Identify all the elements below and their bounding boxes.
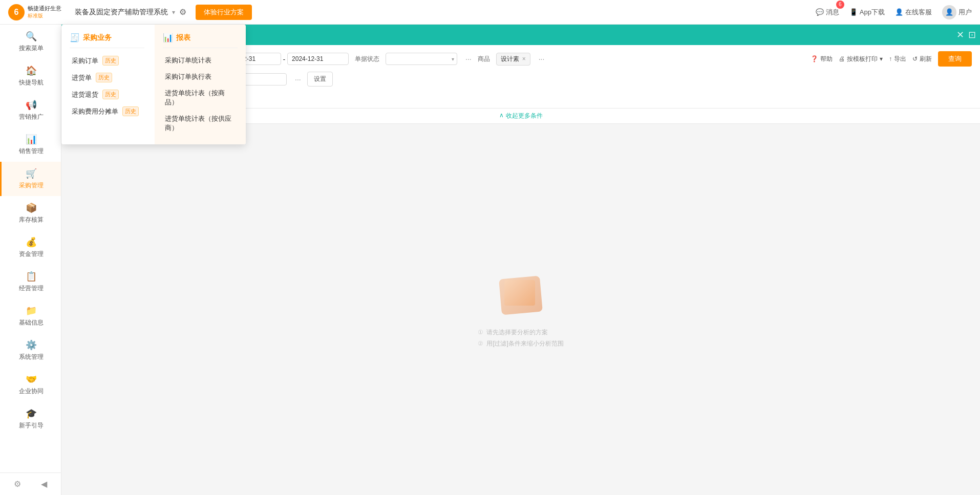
empty-tip-1: 请先选择要分析的方案 xyxy=(478,327,564,338)
dropdown-item-report-receipt-by-supplier[interactable]: 进货单统计表（按供应商） xyxy=(163,111,238,136)
report-order-stat-label: 采购订单统计表 xyxy=(165,56,211,65)
refresh-button[interactable]: ↺ 刷新 xyxy=(912,55,932,63)
export-icon: ↑ xyxy=(889,55,892,62)
inventory-icon: 📦 xyxy=(26,202,37,213)
sidebar-item-search[interactable]: 🔍 搜索菜单 xyxy=(0,25,61,59)
sidebar-item-basic-info[interactable]: 📁 基础信息 xyxy=(0,299,61,333)
sidebar-label-sales: 销售管理 xyxy=(19,147,44,156)
sidebar-item-finance[interactable]: 💰 资金管理 xyxy=(0,230,61,265)
purchase-icon: 🛒 xyxy=(26,168,37,179)
header-right: 💬 消息 6 📱 App下载 👤 在线客服 👤 用户 xyxy=(816,5,972,19)
sales-icon: 📊 xyxy=(26,134,37,145)
order-status-select[interactable] xyxy=(386,53,457,65)
report-col: 📊 报表 采购订单统计表 采购订单执行表 进货单统计表（按商品） 进货单统计表（… xyxy=(155,25,246,144)
sidebar-item-operations[interactable]: 📋 经营管理 xyxy=(0,265,61,299)
goods-tag-close-btn[interactable]: × xyxy=(522,55,526,62)
date-range-separator: - xyxy=(283,55,285,63)
sidebar-item-purchase[interactable]: 🛒 采购管理 xyxy=(0,162,61,196)
system-settings-icon[interactable]: ⚙ xyxy=(179,7,186,17)
app-download-button[interactable]: 📱 App下载 xyxy=(849,8,885,17)
user-area[interactable]: 👤 用户 xyxy=(942,5,972,19)
app-download-label: App下载 xyxy=(860,8,885,17)
goods-tag: 设计素 × xyxy=(496,53,530,66)
purchase-order-history-tag: 历史 xyxy=(102,56,119,66)
phone-icon: 📱 xyxy=(849,8,858,16)
message-badge: 6 xyxy=(836,1,844,9)
goods-label: 商品 xyxy=(478,55,490,63)
top-header: 6 畅捷通好生意 标准版 装备及固定资产辅助管理系统 ▾ ⚙ 体验行业方案 💬 … xyxy=(0,0,980,25)
purchase-expense-history-tag: 历史 xyxy=(122,106,139,116)
dropdown-item-report-order-exec[interactable]: 采购订单执行表 xyxy=(163,69,238,85)
dropdown-item-purchase-receipt[interactable]: 进货单 历史 xyxy=(70,69,144,86)
purchase-return-history-tag: 历史 xyxy=(102,90,119,99)
report-col-label: 报表 xyxy=(176,33,190,42)
trial-button[interactable]: 体验行业方案 xyxy=(196,5,252,20)
tab-maximize-icon[interactable]: ⊡ xyxy=(968,29,976,40)
purchase-col-icon: 🧾 xyxy=(70,33,80,42)
print-button[interactable]: 🖨 按模板打印 ▾ xyxy=(839,55,883,63)
dropdown-item-purchase-return[interactable]: 进货退货 历史 xyxy=(70,86,144,103)
guide-icon: 🎓 xyxy=(26,408,37,419)
sidebar-item-guide[interactable]: 🎓 新手引导 xyxy=(0,402,61,436)
search-icon: 🔍 xyxy=(26,31,37,42)
print-label: 按模板打印 xyxy=(847,55,878,63)
empty-screen-shape xyxy=(504,280,535,306)
toolbar-right: ❓ 帮助 🖨 按模板打印 ▾ ↑ 导出 ↺ xyxy=(811,51,972,67)
tab-close-all-icon[interactable]: ✕ xyxy=(956,29,964,40)
sidebar: 🔍 搜索菜单 🏠 快捷导航 📢 营销推广 📊 销售管理 🛒 采购管理 📦 库存核… xyxy=(0,25,61,495)
dropdown-item-report-order-stat[interactable]: 采购订单统计表 xyxy=(163,52,238,69)
sidebar-item-marketing[interactable]: 📢 营销推广 xyxy=(0,93,61,127)
system-title-bar: 装备及固定资产辅助管理系统 ▾ ⚙ 体验行业方案 xyxy=(75,5,816,20)
system-title-text: 装备及固定资产辅助管理系统 xyxy=(75,8,168,17)
empty-tips-list: 请先选择要分析的方案 用[过滤]条件来缩小分析范围 xyxy=(478,327,564,349)
enterprise-icon: 🤝 xyxy=(26,374,37,385)
online-service-label: 在线客服 xyxy=(905,8,932,17)
sidebar-label-guide: 新手引导 xyxy=(19,421,44,430)
report-order-exec-label: 采购订单执行表 xyxy=(165,72,211,81)
finance-icon: 💰 xyxy=(26,236,37,248)
purchase-return-label: 进货退货 xyxy=(72,90,98,99)
purchase-receipt-history-tag: 历史 xyxy=(96,73,112,82)
help-button[interactable]: ❓ 帮助 xyxy=(811,55,833,63)
goods-dots[interactable]: ··· xyxy=(539,55,545,63)
report-receipt-supplier-label: 进货单统计表（按供应商） xyxy=(165,114,236,133)
print-icon: 🖨 xyxy=(839,55,845,62)
collapse-label: 收起更多条件 xyxy=(506,112,543,120)
sidebar-label-enterprise: 企业协同 xyxy=(19,387,44,396)
settings-small-button[interactable]: 设置 xyxy=(307,72,333,87)
sidebar-label-inventory: 库存核算 xyxy=(19,216,44,224)
sidebar-item-sales[interactable]: 📊 销售管理 xyxy=(0,127,61,162)
purchase-expense-label: 采购费用分摊单 xyxy=(72,107,118,116)
sidebar-label-marketing: 营销推广 xyxy=(19,113,44,121)
dropdown-item-purchase-order[interactable]: 采购订单 历史 xyxy=(70,52,144,69)
sidebar-item-quick-nav[interactable]: 🏠 快捷导航 xyxy=(0,59,61,93)
purchase-col-label: 采购业务 xyxy=(83,33,112,42)
date-end-input[interactable]: 2024-12-31 xyxy=(287,53,349,65)
report-receipt-goods-label: 进货单统计表（按商品） xyxy=(165,89,236,107)
sidebar-collapse-btn[interactable]: ◀ xyxy=(41,479,47,489)
sidebar-item-system[interactable]: ⚙️ 系统管理 xyxy=(0,333,61,368)
sidebar-settings-btn[interactable]: ⚙ xyxy=(14,479,21,489)
message-label: 消息 xyxy=(826,8,839,17)
refresh-icon: ↺ xyxy=(912,55,918,62)
logo-name: 畅捷通好生意 xyxy=(28,5,61,12)
query-button[interactable]: 查询 xyxy=(938,51,972,67)
export-button[interactable]: ↑ 导出 xyxy=(889,55,906,63)
sidebar-label-quick-nav: 快捷导航 xyxy=(19,78,44,87)
sidebar-label-basic-info: 基础信息 xyxy=(19,318,44,327)
online-service-button[interactable]: 👤 在线客服 xyxy=(895,8,932,17)
salesman-dots[interactable]: ··· xyxy=(295,75,301,83)
sidebar-label-system: 系统管理 xyxy=(19,353,44,361)
order-status-dots[interactable]: ··· xyxy=(465,55,472,63)
logo-text-block: 畅捷通好生意 标准版 xyxy=(28,5,61,19)
system-title-dropdown-arrow[interactable]: ▾ xyxy=(172,9,175,16)
dropdown-item-report-receipt-by-goods[interactable]: 进货单统计表（按商品） xyxy=(163,85,238,111)
dropdown-item-purchase-expense[interactable]: 采购费用分摊单 历史 xyxy=(70,103,144,120)
help-icon: ❓ xyxy=(811,55,818,62)
messages-button[interactable]: 💬 消息 6 xyxy=(816,8,839,17)
goods-tag-text: 设计素 xyxy=(501,55,519,63)
sidebar-item-inventory[interactable]: 📦 库存核算 xyxy=(0,196,61,230)
sidebar-label-purchase: 采购管理 xyxy=(19,181,44,190)
sidebar-item-enterprise[interactable]: 🤝 企业协同 xyxy=(0,368,61,402)
sidebar-label-finance: 资金管理 xyxy=(19,250,44,259)
